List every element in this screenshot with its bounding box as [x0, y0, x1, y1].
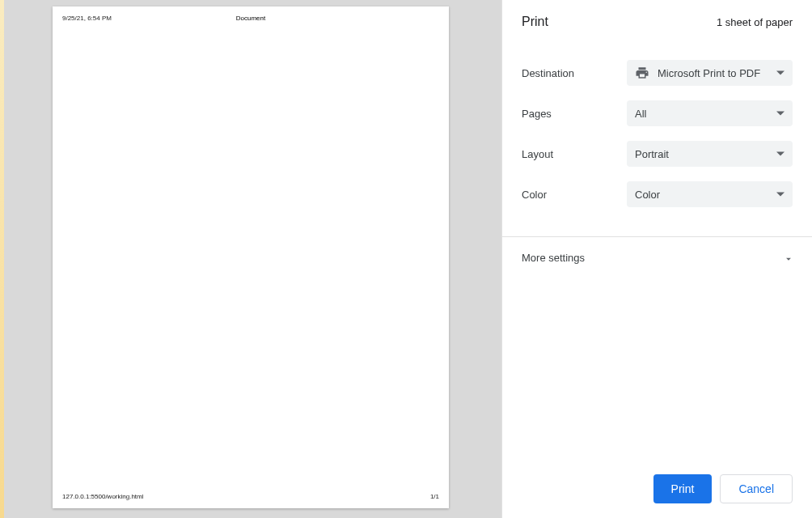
- cancel-button[interactable]: Cancel: [720, 474, 793, 503]
- pages-select[interactable]: All: [627, 100, 793, 126]
- destination-select[interactable]: Microsoft Print to PDF: [627, 60, 793, 86]
- settings-block: Destination Microsoft Print to PDF Pages…: [502, 40, 812, 236]
- preview-page-indicator: 1/1: [430, 493, 439, 500]
- destination-row: Destination Microsoft Print to PDF: [522, 60, 793, 86]
- more-settings-toggle[interactable]: More settings: [502, 237, 812, 278]
- window-left-edge: [0, 0, 4, 518]
- printer-icon: [635, 66, 649, 80]
- layout-row: Layout Portrait: [522, 141, 793, 167]
- color-label: Color: [522, 189, 627, 201]
- panel-header: Print 1 sheet of paper: [502, 0, 812, 40]
- chevron-down-icon: [776, 193, 785, 197]
- footer-buttons: Print Cancel: [502, 465, 812, 518]
- pages-value: All: [635, 108, 646, 120]
- pages-label: Pages: [522, 108, 627, 120]
- more-settings-label: More settings: [522, 252, 585, 264]
- chevron-down-icon: [783, 253, 793, 263]
- destination-label: Destination: [522, 67, 627, 79]
- layout-value: Portrait: [635, 148, 669, 160]
- preview-title: Document: [236, 15, 265, 22]
- chevron-down-icon: [776, 112, 785, 116]
- layout-label: Layout: [522, 148, 627, 160]
- spacer: [502, 278, 812, 465]
- color-row: Color Color: [522, 181, 793, 207]
- sheet-summary: 1 sheet of paper: [717, 16, 793, 28]
- preview-timestamp: 9/25/21, 6:54 PM: [62, 15, 112, 22]
- pages-row: Pages All: [522, 100, 793, 126]
- chevron-down-icon: [776, 152, 785, 156]
- color-select[interactable]: Color: [627, 181, 793, 207]
- chevron-down-icon: [776, 71, 785, 75]
- destination-value: Microsoft Print to PDF: [658, 67, 760, 79]
- page-preview[interactable]: 9/25/21, 6:54 PM Document 127.0.0.1:5500…: [53, 6, 449, 508]
- layout-select[interactable]: Portrait: [627, 141, 793, 167]
- preview-footer-url: 127.0.0.1:5500/working.html: [62, 493, 144, 500]
- page-preview-footer: 127.0.0.1:5500/working.html 1/1: [62, 493, 439, 500]
- print-button[interactable]: Print: [653, 474, 713, 503]
- print-preview-area: 9/25/21, 6:54 PM Document 127.0.0.1:5500…: [0, 0, 501, 518]
- print-settings-panel: Print 1 sheet of paper Destination Micro…: [501, 0, 812, 518]
- panel-title: Print: [522, 15, 548, 29]
- color-value: Color: [635, 189, 660, 201]
